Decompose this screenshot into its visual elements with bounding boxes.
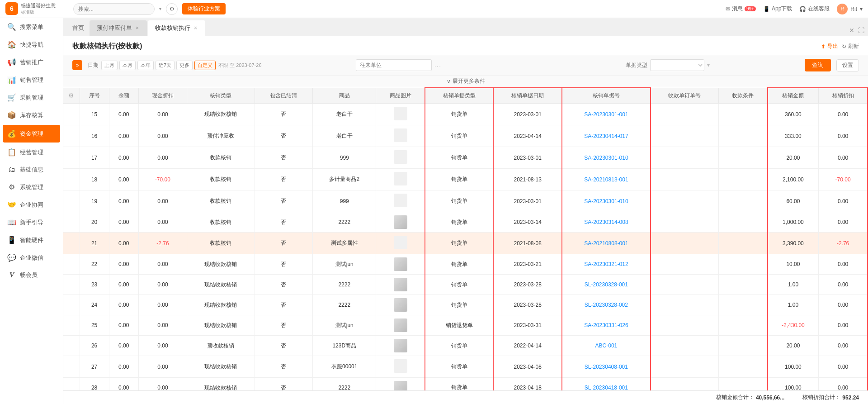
user-area[interactable]: R Rit ▾ — [837, 4, 863, 14]
date-btn-more[interactable]: 更多 — [176, 61, 193, 70]
industry-btn[interactable]: 体验行业方案 — [182, 3, 226, 14]
bill-no-link[interactable]: SA-20210813-001 — [584, 176, 628, 183]
table-cell — [651, 378, 718, 391]
table-cell: 2023-03-28 — [493, 295, 561, 315]
table-cell: 19 — [80, 190, 109, 212]
bill-no-link[interactable]: SL-20230328-002 — [585, 302, 628, 308]
table-cell: 收款核销 — [187, 233, 255, 254]
table-cell: 0.00 — [819, 356, 868, 378]
table-cell: 否 — [255, 104, 312, 125]
table-cell: 🖼 — [376, 378, 425, 391]
table-cell: 0.00 — [138, 336, 187, 356]
bill-no-link[interactable]: SA-20230301-001 — [584, 111, 628, 118]
table-cell: 现结收款核销 — [187, 295, 255, 315]
bill-no-link[interactable]: SA-20230301-010 — [584, 198, 628, 204]
search-dropdown-icon[interactable]: ▾ — [159, 6, 161, 11]
sidebar-item-search[interactable]: 🔍 搜索菜单 — [0, 18, 63, 36]
query-btn[interactable]: 查询 — [805, 59, 831, 71]
sidebar-label-system: 系统管理 — [20, 183, 43, 191]
tab-collection[interactable]: 收款核销执行 × — [148, 20, 205, 36]
date-range: 不限 至 2023-07-26 — [218, 62, 261, 69]
table-cell: 23 — [80, 275, 109, 295]
refresh-btn[interactable]: ↻ 刷新 — [842, 43, 859, 50]
sidebar-item-inventory[interactable]: 📦 库存核算 — [0, 106, 63, 124]
table-row: 260.000.00预收款核销否123D商品🖼销货单2022-04-14ABC-… — [63, 336, 868, 356]
table-cell: 收款核销 — [187, 169, 255, 190]
sidebar-item-purchase[interactable]: 🛒 采购管理 — [0, 89, 63, 106]
tab-prepay-label: 预付冲应付单 — [97, 24, 132, 32]
table-cell: 现结收款核销 — [187, 356, 255, 378]
table-cell — [63, 315, 80, 336]
sidebar-item-enterprise[interactable]: 🤝 企业协同 — [0, 196, 63, 214]
sidebar-label-guide: 新手引导 — [20, 219, 43, 227]
message-icon: ✉ — [726, 6, 730, 12]
sidebar-item-guide[interactable]: 📖 新手引导 — [0, 214, 63, 231]
table-cell: 销货单 — [425, 233, 493, 254]
sidebar-label-operation: 经营管理 — [20, 148, 43, 157]
table-row: 280.000.00现结收款核销否2222🖼销货单2023-04-18SL-20… — [63, 378, 868, 391]
bill-no-link[interactable]: SL-20230328-001 — [585, 281, 628, 288]
bill-no-link[interactable]: ABC-001 — [595, 342, 618, 349]
messages-btn[interactable]: ✉ 消息 99+ — [726, 5, 756, 13]
total-cancel-discount-value: 952.24 — [842, 394, 859, 401]
bill-no-link[interactable]: SL-20230418-001 — [585, 385, 628, 390]
finance-icon: 💰 — [7, 129, 16, 138]
sidebar-item-finance[interactable]: 💰 资金管理 — [3, 125, 60, 143]
smarthw-icon: 📱 — [7, 236, 16, 244]
table-cell — [718, 336, 767, 356]
bill-no-link[interactable]: SA-20230331-026 — [584, 322, 628, 328]
sidebar-item-system[interactable]: ⚙ 系统管理 — [0, 178, 63, 196]
product-img: 🖼 — [394, 298, 407, 312]
tab-prepay[interactable]: 预付冲应付单 × — [90, 20, 147, 36]
table-cell: 老白干 — [313, 125, 376, 147]
bill-no-link[interactable]: SA-20230314-008 — [584, 219, 628, 225]
export-btn[interactable]: ⬆ 导出 — [821, 43, 838, 50]
sidebar-item-marketing[interactable]: 📢 营销推广 — [0, 53, 63, 71]
search-icon: 🔍 — [7, 23, 16, 31]
sidebar-item-sales[interactable]: 📊 销售管理 — [0, 71, 63, 89]
table-cell: 0.00 — [819, 104, 868, 125]
avatar: R — [837, 4, 848, 14]
billtype-select[interactable] — [650, 59, 704, 71]
table-cell: 销货单 — [425, 295, 493, 315]
table-cell: 10.00 — [768, 254, 819, 275]
partner-input[interactable] — [356, 59, 432, 71]
expand-more-bar[interactable]: ∨ 展开更多条件 — [63, 76, 868, 87]
close-window-icon[interactable]: ✕ — [849, 27, 854, 34]
table-cell: -2.76 — [819, 233, 868, 254]
table-cell: 0.00 — [109, 336, 138, 356]
tab-collection-close[interactable]: × — [193, 25, 198, 31]
table-cell — [718, 104, 767, 125]
bill-no-link[interactable]: SA-20230321-012 — [584, 261, 628, 267]
bill-no-link[interactable]: SL-20230408-001 — [585, 364, 628, 370]
date-btn-last-month[interactable]: 上月 — [101, 61, 118, 70]
online-service-btn[interactable]: 🎧 在线客服 — [799, 5, 830, 13]
sidebar-item-smarthw[interactable]: 📱 智能硬件 — [0, 231, 63, 249]
maximize-icon[interactable]: ⛶ — [858, 27, 864, 34]
date-btn-this-year[interactable]: 本年 — [137, 61, 154, 70]
top-search-input[interactable] — [73, 3, 155, 15]
date-btn-custom[interactable]: 自定义 — [194, 61, 216, 70]
bill-no-link[interactable]: SA-20210808-001 — [584, 240, 628, 247]
sidebar-item-wechat[interactable]: 💬 企业微信 — [0, 249, 63, 266]
product-img — [394, 107, 407, 120]
tab-prepay-close[interactable]: × — [135, 25, 140, 31]
tab-home[interactable]: 首页 — [67, 20, 90, 36]
table-cell — [63, 233, 80, 254]
table-cell: 2222 — [313, 378, 376, 391]
sidebar-item-quicknav[interactable]: 🏠 快捷导航 — [0, 36, 63, 53]
table-cell: 21 — [80, 233, 109, 254]
date-btn-7days[interactable]: 近7天 — [156, 61, 175, 70]
setting-btn[interactable]: 设置 — [836, 59, 859, 71]
filter-expand-btn[interactable]: » — [72, 60, 82, 70]
sidebar-item-basicinfo[interactable]: 🗂 基础信息 — [0, 161, 63, 178]
table-row: 150.000.00现结收款核销否老白干销货单2023-03-01SA-2023… — [63, 104, 868, 125]
sidebar-item-member[interactable]: V 畅会员 — [0, 266, 63, 284]
app-download-btn[interactable]: 📱 App下载 — [763, 5, 792, 13]
settings-icon[interactable]: ⚙ — [166, 3, 178, 15]
bill-no-link[interactable]: SA-20230301-010 — [584, 155, 628, 161]
bill-no-link[interactable]: SA-20230414-017 — [584, 133, 628, 139]
sidebar-item-operation[interactable]: 📋 经营管理 — [0, 143, 63, 161]
col-settings[interactable]: ⚙ — [63, 88, 80, 104]
date-btn-this-month[interactable]: 本月 — [119, 61, 136, 70]
